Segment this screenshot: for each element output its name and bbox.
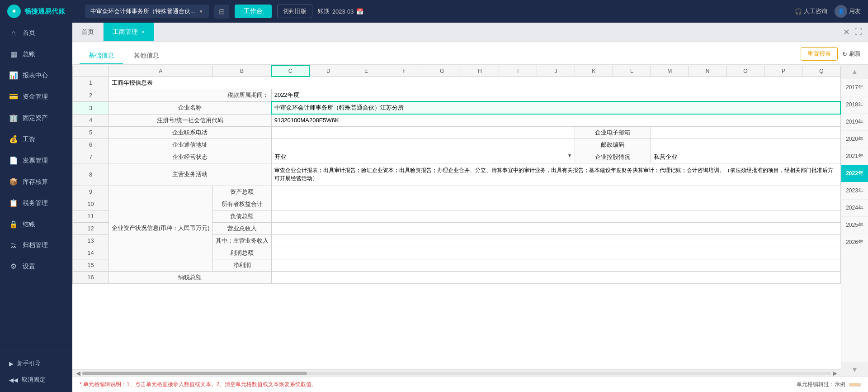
period-value-cell[interactable]: 2022年度 — [271, 89, 840, 102]
main-revenue-value-cell[interactable] — [271, 234, 840, 247]
settings-icon: ⚙ — [9, 262, 18, 271]
new-guide-button[interactable]: ▶ 新手引导 — [5, 355, 68, 372]
year-2017[interactable]: 2017年 — [841, 79, 868, 96]
workbench-button[interactable]: 工作台 — [235, 5, 272, 18]
sidebar-item-tax[interactable]: 📋 税务管理 — [0, 192, 72, 214]
corner-cell — [73, 66, 109, 76]
total-assets-value-cell[interactable] — [271, 186, 840, 198]
year-2021[interactable]: 2021年 — [841, 148, 868, 165]
close-window-icon[interactable]: ✕ — [843, 27, 850, 37]
equity-value-cell[interactable] — [271, 198, 840, 210]
reset-report-button[interactable]: 重置报表 — [801, 47, 838, 61]
sidebar-item-archive[interactable]: 🗂 归档管理 — [0, 235, 72, 256]
sidebar-item-finance[interactable]: 💳 资金管理 — [0, 86, 72, 107]
sheet-scroll-area[interactable]: A B C D E F G H I J — [72, 65, 841, 369]
assets-info-label: 企业资产状况信息(币种：人民币万元) — [112, 225, 210, 231]
tab-business[interactable]: 工商管理 × — [104, 23, 154, 41]
tab-close-icon[interactable]: × — [142, 29, 145, 35]
mainbiz-value-cell[interactable]: 审查企业会计报表；出具审计报告；验证企业资本；出具验资报告；办理企业合并、分立、… — [271, 163, 840, 186]
sidebar-item-home[interactable]: ⌂ 首页 — [0, 23, 72, 43]
sidebar-item-invoice[interactable]: 📄 发票管理 — [0, 150, 72, 171]
company-selector[interactable]: 中审众环会计师事务所（特殊普通合伙... ▼ — [85, 5, 209, 18]
regnum-value-cell[interactable]: 91320100MA208E5W6K — [271, 114, 840, 126]
sidebar-item-settings[interactable]: ⚙ 设置 — [0, 256, 72, 277]
calendar-icon[interactable]: 📅 — [356, 8, 363, 15]
user-button[interactable]: 👤 用友 — [835, 5, 861, 18]
sidebar-item-label: 发票管理 — [23, 157, 48, 165]
headset-icon: 🎧 — [795, 8, 802, 15]
holding-value-cell[interactable]: 私营企业 — [651, 151, 840, 163]
table-row: 7 企业经营状态 开业 ▼ 企业控股情况 — [73, 151, 841, 163]
sidebar-item-inventory[interactable]: 📦 库存核算 — [0, 171, 72, 192]
table-row: 3 企业名称 中审众环会计师事务所（特殊普通合伙）江苏分所 — [73, 101, 841, 114]
year-2024[interactable]: 2024年 — [841, 200, 868, 217]
old-version-button[interactable]: 切到旧版 — [277, 5, 312, 18]
sub-tab-basic[interactable]: 基础信息 — [80, 48, 123, 64]
logo-area: ✦ 畅捷通易代账 — [7, 5, 80, 18]
document-icon[interactable]: ⊟ — [214, 5, 229, 19]
year-2018[interactable]: 2018年 — [841, 96, 868, 114]
content-area: 首页 工商管理 × ✕ ⛶ 基础信息 其他信息 重置报 — [72, 23, 868, 392]
sub-tab-basic-label: 基础信息 — [89, 52, 114, 59]
year-2019[interactable]: 2019年 — [841, 114, 868, 131]
sidebar-item-label: 报表中心 — [23, 72, 48, 80]
col-k: K — [575, 66, 613, 76]
row-num-2: 2 — [73, 89, 109, 102]
col-a: A — [109, 66, 213, 76]
col-q: Q — [802, 66, 840, 76]
sidebar-item-ledger[interactable]: ▦ 总账 — [0, 43, 72, 65]
service-button[interactable]: 🎧 人工咨询 — [795, 7, 827, 15]
tab-home[interactable]: 首页 — [72, 23, 104, 41]
scroll-thumb[interactable] — [82, 372, 307, 375]
year-panel-down[interactable]: ▼ — [841, 363, 868, 377]
new-guide-label: 新手引导 — [17, 359, 41, 368]
net-profit-value-cell[interactable] — [271, 259, 840, 271]
refresh-icon: ↻ — [842, 51, 847, 57]
expand-icon[interactable]: ⛶ — [854, 27, 863, 37]
assets-icon: 🏢 — [9, 114, 18, 122]
col-i: I — [499, 66, 537, 76]
scroll-right-icon[interactable]: ▶ — [831, 370, 839, 377]
year-2020[interactable]: 2020年 — [841, 131, 868, 148]
sub-tab-actions: 重置报表 ↻ 刷新 — [801, 47, 861, 64]
email-value-cell[interactable] — [651, 126, 840, 139]
refresh-button[interactable]: ↻ 刷新 — [842, 50, 861, 58]
profit-value-cell[interactable] — [271, 247, 840, 259]
sidebar-item-label: 库存核算 — [23, 178, 48, 186]
sidebar-item-assets[interactable]: 🏢 固定资产 — [0, 107, 72, 129]
year-2026[interactable]: 2026年 — [841, 234, 868, 251]
horizontal-scrollbar[interactable]: ◀ ▶ — [72, 369, 841, 377]
year-panel-up[interactable]: ▲ — [841, 65, 868, 79]
period-row-label: 税款所属期间： — [227, 91, 269, 98]
row-num-4: 4 — [73, 114, 109, 126]
revenue-value-cell[interactable] — [271, 222, 840, 234]
sidebar-bottom: ▶ 新手引导 ◀◀ 取消固定 — [0, 350, 72, 392]
bizstatus-value-cell[interactable]: 开业 ▼ — [271, 151, 575, 163]
phone-value-cell[interactable] — [271, 126, 575, 139]
sidebar-item-closing[interactable]: 🔒 结账 — [0, 214, 72, 235]
company-value-cell[interactable]: 中审众环会计师事务所（特殊普通合伙）江苏分所 — [271, 101, 840, 114]
postcode-value-cell[interactable] — [651, 139, 840, 151]
sidebar-item-reports[interactable]: 📊 报表中心 — [0, 65, 72, 86]
scroll-track[interactable] — [82, 372, 831, 375]
example-label: 单元格编辑过：示例 — [797, 381, 845, 388]
address-value-cell[interactable] — [271, 139, 575, 151]
col-c: C — [271, 66, 309, 76]
row-num-9: 9 — [73, 186, 109, 198]
row-num-1: 1 — [73, 76, 109, 89]
year-2023[interactable]: 2023年 — [841, 182, 868, 200]
year-2022[interactable]: 2022年 — [841, 165, 868, 182]
scroll-left-icon[interactable]: ◀ — [74, 370, 82, 377]
unpin-button[interactable]: ◀◀ 取消固定 — [5, 372, 68, 387]
sub-tab-other[interactable]: 其他信息 — [125, 48, 168, 64]
liabilities-value-cell[interactable] — [271, 210, 840, 222]
sidebar-item-salary[interactable]: 💰 工资 — [0, 129, 72, 150]
sidebar: ⌂ 首页 ▦ 总账 📊 报表中心 💳 资金管理 🏢 固定资产 💰 工资 — [0, 23, 72, 392]
user-label: 用友 — [849, 7, 861, 15]
year-2025[interactable]: 2025年 — [841, 217, 868, 234]
header-right: 🎧 人工咨询 👤 用友 — [795, 5, 861, 18]
col-g: G — [423, 66, 461, 76]
tax-icon: 📋 — [9, 199, 18, 207]
tax-total-value-cell[interactable] — [271, 271, 840, 283]
sidebar-item-label: 工资 — [23, 135, 35, 143]
